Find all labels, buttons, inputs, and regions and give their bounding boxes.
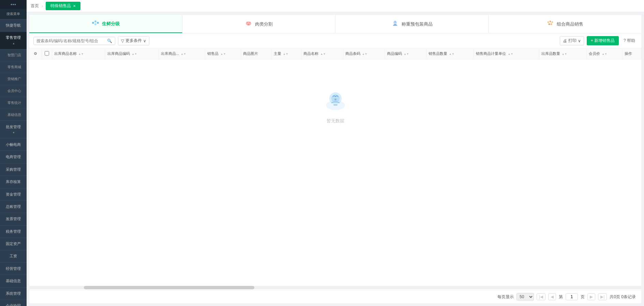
last-page-button[interactable]: ▶| [598, 293, 607, 300]
sidebar-item-sys-mgmt[interactable]: 系统管理 [0, 288, 27, 300]
th-barcode[interactable]: 商品条码 ▲▼ [343, 48, 385, 59]
category-tabs: 生鲜分级 肉类分割 [29, 15, 641, 33]
scrollbar-thumb[interactable] [84, 286, 254, 289]
svg-point-2 [97, 22, 99, 24]
sidebar-item-tax-mgmt[interactable]: 税务管理 [0, 226, 27, 238]
sidebar-item-invoice-mgmt[interactable]: 发票管理 [0, 213, 27, 225]
search-box[interactable]: 🔍 [33, 37, 115, 45]
tab-combo-sale[interactable]: 组合商品销售 [489, 15, 641, 33]
sort-main-weight[interactable]: ▲▼ [283, 53, 288, 56]
th-product-name[interactable]: 商品名称 ▲▼ [301, 48, 343, 59]
sort-out-name[interactable]: ▲▼ [78, 53, 84, 56]
th-settings[interactable]: ⚙ [29, 48, 42, 59]
svg-point-7 [248, 24, 250, 25]
fresh-grade-icon [92, 20, 99, 28]
horizontal-scrollbar[interactable] [29, 286, 641, 289]
empty-state-icon [322, 87, 349, 114]
sidebar-item-marketing[interactable]: 营销推广 [0, 73, 27, 85]
sort-out-code[interactable]: ▲▼ [132, 53, 137, 56]
th-out-qty[interactable]: 出库品数量 ▲▼ [539, 48, 586, 59]
th-sale-qty[interactable]: 销售品数量 ▲▼ [426, 48, 474, 59]
filter-button[interactable]: ▽ 更多条件 ∨ [118, 36, 149, 45]
search-input[interactable] [36, 39, 106, 43]
tab-close-icon[interactable]: ✕ [73, 4, 76, 8]
scale-pack-label: 称重预包装商品 [402, 21, 433, 27]
empty-state: 暂无数据 [29, 59, 641, 151]
th-checkbox[interactable] [42, 48, 52, 59]
table-container: ⚙ 出库商品名称 ▲▼ 出库商品编码 ▲▼ [29, 48, 641, 286]
add-sale-item-button[interactable]: + 新增销售品 [587, 36, 619, 45]
settings-icon[interactable]: ⚙ [34, 51, 37, 56]
th-out-code[interactable]: 出库商品编码 ▲▼ [105, 48, 159, 59]
th-out-spec[interactable]: 出库商品... ▲▼ [159, 48, 205, 59]
sidebar-item-mini-ecom[interactable]: 小畅电商 [0, 139, 27, 151]
th-sale-item[interactable]: 销售品 ▲▼ [205, 48, 241, 59]
sort-out-spec[interactable]: ▲▼ [181, 53, 186, 56]
tab-scale-pack[interactable]: 称重预包装商品 [335, 15, 489, 33]
toolbar: 🔍 ▽ 更多条件 ∨ 🖨 打印 ∨ + 新增销售品 ? 帮助 [29, 33, 641, 48]
sort-sale-unit[interactable]: ▲▼ [508, 53, 513, 56]
sort-product-code[interactable]: ▲▼ [404, 53, 409, 56]
sort-barcode[interactable]: ▲▼ [362, 53, 368, 56]
next-page-button[interactable]: ▶ [587, 293, 595, 300]
th-sale-unit[interactable]: 销售商品计量单位 ▲▼ [474, 48, 539, 59]
sidebar-item-retail-mall[interactable]: 零售商城 [0, 61, 27, 73]
svg-point-14 [552, 21, 553, 23]
th-main-weight[interactable]: 主量 ▲▼ [271, 48, 301, 59]
sort-sale-item[interactable]: ▲▼ [221, 53, 226, 56]
svg-point-20 [334, 98, 336, 101]
sort-member-price[interactable]: ▲▼ [602, 53, 607, 56]
sort-out-qty[interactable]: ▲▼ [562, 53, 567, 56]
sidebar-item-fund-mgmt[interactable]: 资金管理 [0, 188, 27, 201]
th-product-code[interactable]: 商品编码 ▲▼ [385, 48, 426, 59]
page-number-input[interactable] [566, 293, 578, 300]
current-tab[interactable]: 特殊销售品 ✕ [46, 2, 80, 10]
sidebar-item-ops-mgmt[interactable]: 经营管理 [0, 263, 27, 275]
sidebar-item-smart-store[interactable]: 智慧门店 [0, 49, 27, 61]
sidebar-item-basic-info2[interactable]: 基础信息 [0, 275, 27, 287]
th-member-price[interactable]: 会员价 ▲▼ [587, 48, 623, 59]
search-icon[interactable]: 🔍 [107, 39, 112, 43]
help-label: 帮助 [627, 38, 635, 43]
svg-point-1 [94, 20, 96, 22]
sidebar-item-purchase-mgmt[interactable]: 采购管理 [0, 164, 27, 176]
page-size-select[interactable]: 50 10 20 100 [516, 293, 534, 301]
sort-product-name[interactable]: ▲▼ [320, 53, 326, 56]
sidebar-item-wholesale-mgmt[interactable]: 批发管理 ▼ [0, 121, 27, 139]
content-area: 生鲜分级 肉类分割 [29, 15, 641, 303]
meat-cut-label: 肉类分割 [255, 21, 273, 27]
sidebar-item-membership[interactable]: 会员中心 [0, 85, 27, 97]
sidebar-item-search-menu[interactable]: 搜索菜单 [0, 9, 27, 19]
th-out-name[interactable]: 出库商品名称 ▲▼ [52, 48, 105, 59]
sidebar-item-ecom-mgmt[interactable]: 电商管理 [0, 151, 27, 163]
sidebar-item-quick-nav[interactable]: 快捷导航 [0, 19, 27, 32]
fresh-grade-label: 生鲜分级 [102, 21, 120, 27]
print-button[interactable]: 🖨 打印 ∨ [560, 36, 584, 45]
th-product-img[interactable]: 商品图片 [241, 48, 271, 59]
breadcrumb-home[interactable]: 首页 [31, 3, 39, 9]
prev-page-button[interactable]: ◀ [548, 293, 556, 300]
tab-fresh-grade[interactable]: 生鲜分级 [29, 15, 182, 33]
sidebar-item-retail-mgmt[interactable]: 零售管理 ▲ [0, 32, 27, 49]
current-tab-label: 特殊销售品 [50, 3, 71, 9]
sidebar-item-corp-agreement[interactable]: 企业协同 [0, 300, 27, 306]
sidebar-item-fixed-assets[interactable]: 固定资产 [0, 238, 27, 250]
sidebar-item-basic-info[interactable]: 基础信息 [0, 109, 27, 121]
select-all-checkbox[interactable] [45, 51, 49, 56]
main-content: 首页 › 特殊销售品 ✕ 生鲜分级 [27, 0, 644, 306]
breadcrumb-separator: › [42, 4, 43, 9]
sidebar-item-retail-stats[interactable]: 零售统计 [0, 97, 27, 109]
filter-icon: ▽ [121, 39, 124, 43]
first-page-button[interactable]: |◀ [537, 293, 545, 300]
svg-point-0 [92, 22, 94, 24]
help-button[interactable]: ? 帮助 [621, 36, 637, 45]
sidebar-item-inventory[interactable]: 库存核算 [0, 176, 27, 188]
scale-pack-icon [391, 20, 399, 28]
print-label: 打印 [568, 38, 576, 44]
sidebar-item-general-ledger[interactable]: 总账管理 [0, 201, 27, 213]
sort-sale-qty[interactable]: ▲▼ [449, 53, 454, 56]
sidebar-item-salary[interactable]: 工资 [0, 250, 27, 262]
tab-meat-cut[interactable]: 肉类分割 [182, 15, 335, 33]
print-icon: 🖨 [563, 39, 567, 43]
sidebar: ●●● 搜索菜单 快捷导航 零售管理 ▲ 智慧门店 零售商城 营销推广 会员中心… [0, 0, 27, 306]
